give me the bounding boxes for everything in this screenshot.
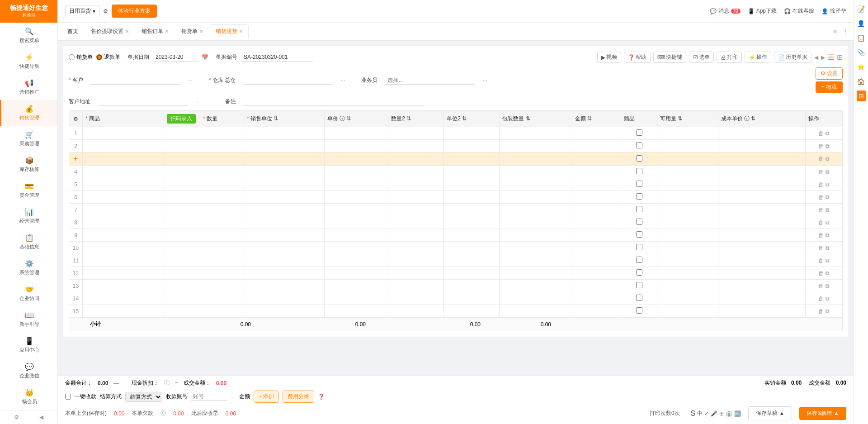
right-icon-5[interactable]: ⭐ [855,62,867,72]
settings-bottom-icon[interactable]: ⚙ [14,414,19,420]
gift-checkbox[interactable] [636,219,642,225]
gift-cell[interactable] [621,267,657,280]
unit-price-cell[interactable] [324,267,388,280]
delete-row-button[interactable]: 🗑 [818,130,824,137]
gift-checkbox[interactable] [636,269,642,276]
product-cell[interactable] [83,254,164,267]
copy-row-button[interactable]: ⧉ [826,232,830,238]
tab-close-all-icon[interactable]: ✕ [831,27,839,37]
tab-sales-order[interactable]: 销售订单 ✕ [136,24,175,38]
quantity-cell[interactable] [200,140,244,152]
product-cell[interactable] [83,242,164,254]
delete-row-button[interactable]: 🗑 [818,257,824,264]
pkg-qty-cell[interactable] [500,280,572,292]
unit2-cell[interactable] [444,178,500,191]
gift-cell[interactable] [621,152,657,166]
qty2-cell[interactable] [388,140,444,152]
gift-cell[interactable] [621,191,657,204]
product-cell[interactable] [83,229,164,242]
pkg-qty-cell[interactable] [500,216,572,229]
unit-price-cell[interactable] [324,140,388,152]
message-item[interactable]: 💬 消息 70 [710,7,741,15]
available-cell[interactable] [657,191,718,204]
available-cell[interactable] [657,267,718,280]
sidebar-item-vip[interactable]: 👑 畅会员 [0,384,57,410]
gear-col-icon[interactable]: ⚙ [73,116,78,122]
expense-split-btn[interactable]: 费用分摊 [283,391,314,403]
delete-row-button[interactable]: 🗑 [818,156,824,162]
delete-row-button[interactable]: 🗑 [818,194,824,200]
unit2-cell[interactable] [444,140,500,152]
qty2-cell[interactable] [388,292,444,305]
gift-cell[interactable] [621,166,657,178]
tool4-icon[interactable]: ⊞ [719,410,724,417]
cost-unit-cell[interactable] [718,254,805,267]
amount-cell[interactable] [572,127,621,140]
shortcut-btn[interactable]: ⌨ 快捷键 [653,52,686,63]
copy-row-button[interactable]: ⧉ [826,130,830,137]
sidebar-item-wechat[interactable]: 💬 企业微信 [0,358,57,384]
unit-price-cell[interactable] [324,178,388,191]
customer-input[interactable] [90,76,181,85]
sidebar-item-marketing[interactable]: 📢 营销推广 [0,74,57,100]
copy-row-button[interactable]: ⧉ [826,181,830,188]
unit2-cell[interactable] [444,216,500,229]
unit-price-cell[interactable] [324,127,388,140]
unit2-cell[interactable] [444,292,500,305]
sales-unit-cell[interactable] [244,280,325,292]
available-cell[interactable] [657,152,718,166]
quantity-cell[interactable] [200,216,244,229]
qty2-cell[interactable] [388,152,444,166]
tool2-icon[interactable]: ✓ [704,410,709,417]
unit-price-cell[interactable] [324,166,388,178]
cost-unit-cell[interactable] [718,292,805,305]
remark-input[interactable] [243,97,424,106]
tab-home[interactable]: 首页 [61,24,84,38]
available-cell[interactable] [657,280,718,292]
copy-row-button[interactable]: ⧉ [826,219,830,226]
unit-price-cell[interactable] [324,280,388,292]
tab-price-setting[interactable]: 售价提取设置 ✕ [85,24,135,38]
pkg-qty-cell[interactable] [500,305,572,318]
cost-unit-cell[interactable] [718,242,805,254]
unit-price-cell[interactable] [324,305,388,318]
gift-checkbox[interactable] [636,244,642,250]
cost-unit-cell[interactable] [718,229,805,242]
quantity-cell[interactable] [200,191,244,204]
unit2-cell[interactable] [444,204,500,216]
available-cell[interactable] [657,229,718,242]
cost-unit-cell[interactable] [718,152,805,166]
radio-sales[interactable]: 销货单 [69,53,93,61]
product-cell[interactable] [83,166,164,178]
available-cell[interactable] [657,216,718,229]
tab-sales-close[interactable]: ✕ [199,29,203,34]
pkg-qty-cell[interactable] [500,166,572,178]
pkg-qty-cell[interactable] [500,140,572,152]
date-input[interactable] [153,53,198,62]
product-cell[interactable] [83,216,164,229]
cost-unit-cell[interactable] [718,140,805,152]
product-cell[interactable] [83,140,164,152]
available-cell[interactable] [657,305,718,318]
right-icon-4[interactable]: 📎 [855,47,867,58]
salesperson-ellipsis[interactable]: ··· [482,77,487,83]
amount-cell[interactable] [572,242,621,254]
user-item[interactable]: 👤 徐泽华 [821,7,846,15]
product-cell[interactable] [83,280,164,292]
settlement-select[interactable]: 结算方式 [125,392,162,402]
pkg-qty-cell[interactable] [500,229,572,242]
qty2-cell[interactable] [388,216,444,229]
add-payment-btn[interactable]: + 添加 [254,391,279,403]
available-cell[interactable] [657,254,718,267]
add-row-button[interactable]: + [74,155,78,163]
online-service-item[interactable]: 🎧 在线客服 [784,7,814,15]
setting-button[interactable]: ⚙ 设置 [816,67,843,80]
quantity-cell[interactable] [200,152,244,166]
gift-checkbox[interactable] [636,168,642,174]
tool1-icon[interactable]: 中 [697,410,703,417]
sidebar-item-inventory[interactable]: 📦 库存核算 [0,152,57,177]
amount-cell[interactable] [572,216,621,229]
pkg-qty-cell[interactable] [500,242,572,254]
pkg-qty-cell[interactable] [500,204,572,216]
quantity-cell[interactable] [200,267,244,280]
